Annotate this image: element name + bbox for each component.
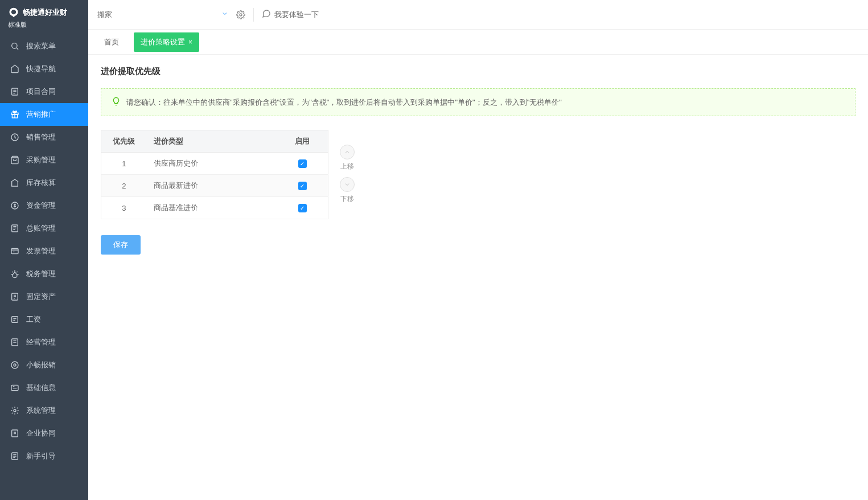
priority-cell: 2: [101, 175, 147, 197]
info-text: 请您确认：往来单位中的供应商"采购报价含税"设置，为"含税"，取到进价后将自动带…: [126, 97, 562, 108]
sidebar-item-label: 发票管理: [26, 246, 56, 256]
sidebar-item-5[interactable]: 采购管理: [0, 149, 88, 171]
collab-icon: [10, 429, 19, 438]
top-bar: 搬家 我要体验一下: [88, 0, 868, 30]
sidebar-item-label: 经营管理: [26, 337, 56, 347]
sidebar-item-8[interactable]: 总账管理: [0, 217, 88, 240]
sidebar-item-15[interactable]: 基础信息: [0, 376, 88, 399]
salary-icon: [10, 315, 19, 324]
contract-icon: [10, 87, 19, 96]
sidebar-item-label: 企业协同: [26, 428, 56, 438]
sidebar-item-label: 资金管理: [26, 200, 56, 211]
sidebar-item-18[interactable]: 新手引导: [0, 445, 88, 468]
priority-table: 优先级 进价类型 启用 1供应商历史价✓2商品最新进价✓3商品基准进价✓: [101, 130, 328, 219]
sidebar-item-9[interactable]: 发票管理: [0, 240, 88, 263]
sidebar-item-6[interactable]: 库存核算: [0, 171, 88, 194]
save-button[interactable]: 保存: [101, 235, 141, 255]
svg-point-16: [240, 14, 242, 16]
chevron-down-icon: [221, 10, 228, 19]
tab-home[interactable]: 首页: [97, 32, 126, 52]
baseinfo-icon: [10, 383, 19, 392]
sidebar-item-label: 工资: [26, 314, 41, 325]
sidebar-item-14[interactable]: 小畅报销: [0, 354, 88, 376]
close-icon[interactable]: ×: [188, 38, 192, 46]
sidebar-item-label: 搜索菜单: [26, 41, 56, 51]
sidebar-item-label: 营销推广: [26, 109, 56, 120]
logo-edition: 标准版: [0, 21, 88, 35]
move-down-label: 下移: [340, 194, 355, 204]
org-select[interactable]: 搬家: [97, 10, 228, 20]
sidebar-item-13[interactable]: 经营管理: [0, 331, 88, 354]
money-icon: [10, 201, 19, 210]
enable-checkbox[interactable]: ✓: [298, 159, 307, 168]
sidebar-item-17[interactable]: 企业协同: [0, 422, 88, 445]
sidebar-item-3[interactable]: 营销推广: [0, 103, 88, 126]
col-type-header: 进价类型: [147, 130, 277, 153]
business-icon: [10, 338, 19, 347]
svg-point-11: [11, 362, 18, 368]
asset-icon: [10, 292, 19, 301]
table-row[interactable]: 2商品最新进价✓: [101, 175, 328, 197]
sidebar-item-label: 新手引导: [26, 451, 56, 461]
sidebar-item-label: 总账管理: [26, 223, 56, 233]
content-area: 进价提取优先级 请您确认：往来单位中的供应商"采购报价含税"设置，为"含税"，取…: [88, 55, 868, 500]
type-cell: 供应商历史价: [147, 153, 277, 175]
logo-icon: [8, 7, 19, 18]
experience-text: 我要体验一下: [274, 10, 319, 20]
sidebar-item-0[interactable]: 搜索菜单: [0, 35, 88, 58]
system-icon: [10, 406, 19, 415]
svg-rect-9: [12, 317, 18, 323]
enable-cell: ✓: [277, 153, 328, 175]
home-icon: [10, 64, 19, 73]
priority-cell: 1: [101, 153, 147, 175]
svg-rect-7: [11, 248, 18, 253]
chat-icon: [262, 9, 271, 20]
sidebar-item-16[interactable]: 系统管理: [0, 399, 88, 422]
experience-link[interactable]: 我要体验一下: [262, 9, 319, 20]
sidebar-item-11[interactable]: 固定资产: [0, 285, 88, 308]
enable-checkbox[interactable]: ✓: [298, 204, 307, 212]
sidebar-item-label: 税务管理: [26, 269, 56, 279]
type-cell: 商品最新进价: [147, 175, 277, 197]
sales-icon: [10, 133, 19, 142]
sidebar-item-label: 销售管理: [26, 132, 56, 142]
sidebar-item-2[interactable]: 项目合同: [0, 80, 88, 103]
sidebar-item-10[interactable]: 税务管理: [0, 263, 88, 285]
col-enable-header: 启用: [277, 130, 328, 153]
divider: [253, 8, 254, 22]
invoice-icon: [10, 247, 19, 256]
table-area: 优先级 进价类型 启用 1供应商历史价✓2商品最新进价✓3商品基准进价✓ 上移: [101, 130, 855, 219]
info-box: 请您确认：往来单位中的供应商"采购报价含税"设置，为"含税"，取到进价后将自动带…: [101, 88, 855, 116]
bulb-icon: [112, 97, 121, 108]
col-priority-header: 优先级: [101, 130, 147, 153]
table-row[interactable]: 1供应商历史价✓: [101, 153, 328, 175]
gift-icon: [10, 110, 19, 119]
sidebar-item-4[interactable]: 销售管理: [0, 126, 88, 149]
main-area: 搬家 我要体验一下 首页 进价策略设置 ×: [88, 0, 868, 500]
tab-price-strategy[interactable]: 进价策略设置 ×: [134, 32, 199, 52]
logo-area: 畅捷通好业财: [0, 0, 88, 21]
sidebar-item-1[interactable]: 快捷导航: [0, 58, 88, 80]
table-row[interactable]: 3商品基准进价✓: [101, 197, 328, 219]
move-up-button[interactable]: [340, 145, 355, 159]
page-title: 进价提取优先级: [101, 66, 855, 77]
search-icon: [10, 42, 19, 51]
svg-point-0: [12, 43, 17, 48]
sidebar-item-label: 快捷导航: [26, 64, 56, 74]
inventory-icon: [10, 178, 19, 187]
sidebar-item-12[interactable]: 工资: [0, 308, 88, 331]
guide-icon: [10, 452, 19, 461]
enable-cell: ✓: [277, 197, 328, 219]
sidebar-item-7[interactable]: 资金管理: [0, 194, 88, 217]
move-up-label: 上移: [340, 162, 355, 171]
purchase-icon: [10, 155, 19, 165]
tab-label: 进价策略设置: [141, 37, 185, 47]
sidebar-item-label: 基础信息: [26, 383, 56, 393]
gear-icon[interactable]: [236, 10, 245, 19]
move-down-button[interactable]: [340, 177, 355, 192]
sidebar-item-label: 项目合同: [26, 87, 56, 97]
table-header-row: 优先级 进价类型 启用: [101, 130, 328, 153]
sidebar-item-label: 库存核算: [26, 178, 56, 188]
enable-checkbox[interactable]: ✓: [298, 182, 307, 190]
sidebar-item-label: 小畅报销: [26, 360, 56, 370]
